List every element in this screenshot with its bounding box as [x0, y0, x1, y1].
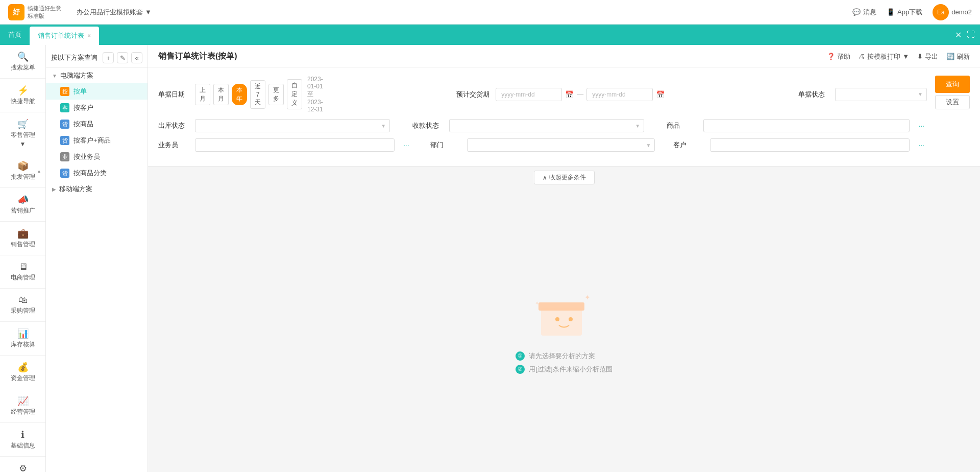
sidebar-item-search-menu[interactable]: 🔍 搜索菜单: [0, 45, 45, 79]
maximize-icon[interactable]: ⛶: [967, 30, 975, 39]
collapse-panel-button[interactable]: «: [131, 52, 142, 63]
department-label: 部门: [430, 140, 461, 150]
tab-home[interactable]: 首页: [0, 25, 30, 45]
export-action[interactable]: ⬇ 导出: [917, 52, 938, 61]
help-action[interactable]: ❓ 帮助: [827, 52, 850, 61]
sidebar-item-retail[interactable]: 🛒 零售管理: [0, 112, 45, 154]
plan-item-by-customer[interactable]: 客 按客户: [46, 100, 148, 116]
sales-icon: 💼: [17, 228, 29, 239]
refresh-icon: 🔄: [946, 53, 954, 60]
department-select[interactable]: [467, 138, 655, 152]
status-label: 单据状态: [798, 90, 829, 99]
tab-close-icon[interactable]: ×: [87, 32, 91, 39]
industry-dropdown[interactable]: 办公用品行业模拟账套 ▼: [77, 8, 152, 17]
salesman-dots-btn[interactable]: ···: [401, 138, 412, 152]
empty-illustration: ✦ ✦: [531, 287, 597, 343]
sidebar-item-inventory[interactable]: 📊 库存核算: [0, 322, 45, 356]
svg-point-2: [555, 317, 559, 321]
top-bar-right: 💬 消息 📱 App下载 Ea demo2: [852, 4, 972, 20]
logo-text: 畅捷通好生意 标准版: [28, 5, 61, 19]
plan-item-by-category[interactable]: 货 按商品分类: [46, 165, 148, 181]
sidebar-item-basic[interactable]: ℹ 基础信息: [0, 423, 45, 457]
date-btn-last-month[interactable]: 上月: [195, 84, 210, 105]
plan-item-by-goods[interactable]: 货 按商品: [46, 116, 148, 132]
system-icon: ⚙: [19, 463, 27, 472]
sidebar-item-sales[interactable]: 💼 销售管理: [0, 222, 45, 255]
calendar-start-icon[interactable]: 📅: [565, 90, 574, 99]
tab-sales-order-stats[interactable]: 销售订单统计表 ×: [30, 27, 99, 45]
delivery-label: 出库状态: [158, 121, 189, 130]
nav-icon: ⚡: [17, 85, 29, 96]
salesman-input[interactable]: [195, 138, 395, 152]
sidebar-item-purchase[interactable]: 🛍 采购管理: [0, 289, 45, 322]
top-bar-left: 好 畅捷通好生意 标准版 办公用品行业模拟账套 ▼: [8, 4, 152, 20]
payment-select[interactable]: [449, 119, 644, 132]
filter-row-3: 业务员 ··· 部门 客户: [158, 138, 927, 152]
plan-item-by-salesman[interactable]: 业 按业务员: [46, 149, 148, 165]
date-label: 单据日期: [158, 90, 189, 99]
wholesale-icon: 📦: [17, 160, 29, 172]
delivery-select[interactable]: [195, 119, 390, 132]
logo-area: 好 畅捷通好生意 标准版: [8, 4, 61, 20]
date-btn-custom[interactable]: 自定义: [287, 79, 302, 109]
expected-date-end-input[interactable]: [586, 88, 653, 101]
hint-num-2: ②: [516, 365, 525, 374]
basic-icon: ℹ: [21, 429, 24, 440]
operations-icon: 📈: [17, 395, 29, 407]
sidebar-item-marketing[interactable]: 📣 营销推广: [0, 188, 45, 222]
calendar-end-icon[interactable]: 📅: [656, 90, 665, 99]
date-btn-7days[interactable]: 近7天: [250, 80, 265, 109]
plan-group-mobile-header[interactable]: ▶ 移动端方案: [46, 181, 148, 197]
refresh-action[interactable]: 🔄 刷新: [946, 52, 970, 61]
sidebar: 🔍 搜索菜单 ⚡ 快捷导航 🛒 零售管理 📦 批发管理 📣 营销推广 💼 销售管…: [0, 45, 46, 472]
panel-toolbar: 按以下方案查询 + ✎ «: [46, 50, 148, 68]
customer-input[interactable]: [710, 138, 910, 152]
empty-hints: ① 请先选择要分析的方案 ② 用[过滤]条件来缩小分析范围: [516, 351, 612, 374]
goods-dots-btn[interactable]: ···: [916, 119, 927, 132]
app-download-action[interactable]: 📱 App下载: [887, 8, 922, 17]
user-area[interactable]: Ea demo2: [933, 4, 972, 20]
page-title: 销售订单统计表(按单): [158, 51, 237, 62]
plan-item-by-customer-goods[interactable]: 货 按客户+商品: [46, 132, 148, 149]
phone-icon: 📱: [887, 8, 895, 16]
message-action[interactable]: 💬 消息: [852, 8, 876, 17]
payment-select-wrap: [449, 119, 644, 132]
query-button[interactable]: 查询: [935, 76, 970, 93]
sidebar-item-ecommerce[interactable]: 🖥 电商管理: [0, 255, 45, 289]
close-window-icon[interactable]: ✕: [955, 30, 962, 40]
plan-group-pc-header[interactable]: ▼ 电脑端方案: [46, 68, 148, 83]
print-chevron-icon: ▼: [902, 53, 909, 60]
print-action[interactable]: 🖨 按模板打印 ▼: [859, 52, 909, 61]
edit-plan-button[interactable]: ✎: [117, 52, 128, 63]
payment-label: 收款状态: [412, 121, 443, 130]
left-panel: 按以下方案查询 + ✎ « ▼ 电脑端方案 按 按单 客 按客户: [46, 45, 148, 472]
hint-text-1: 请先选择要分析的方案: [529, 351, 595, 361]
plan-item-by-order[interactable]: 按 按单: [46, 83, 148, 100]
hint-num-1: ①: [516, 351, 525, 361]
goods-input[interactable]: [703, 119, 910, 132]
filter-row-2: 出库状态 收款状态: [158, 119, 927, 132]
settings-button[interactable]: 设置: [935, 95, 970, 109]
sidebar-item-system[interactable]: ⚙ 系统管理: [0, 457, 45, 472]
sidebar-item-wholesale[interactable]: 📦 批发管理: [0, 154, 45, 188]
inventory-icon: 📊: [17, 328, 29, 339]
expected-date-start-input[interactable]: [496, 88, 562, 101]
add-plan-button[interactable]: +: [103, 52, 114, 63]
purchase-icon: 🛍: [18, 295, 28, 305]
date-btn-more[interactable]: 更多: [268, 84, 284, 105]
collapse-button[interactable]: ∧ 收起更多条件: [534, 171, 595, 184]
sidebar-item-finance[interactable]: 💰 资金管理: [0, 356, 45, 389]
empty-hint-1: ① 请先选择要分析的方案: [516, 351, 612, 361]
sidebar-item-operations[interactable]: 📈 经营管理: [0, 389, 45, 423]
plan-icon-customer: 客: [60, 103, 69, 112]
date-buttons-group: 上月 本月 本年 近7天 更多 自定义 2023-01-01 至 2023-12…: [195, 76, 323, 113]
plan-group-pc: ▼ 电脑端方案 按 按单 客 按客户 货 按商品 货 按客户+商品: [46, 68, 148, 181]
date-btn-this-month[interactable]: 本月: [213, 84, 229, 105]
sidebar-item-quick-nav[interactable]: ⚡ 快捷导航: [0, 79, 45, 112]
plan-icon-customer-goods: 货: [60, 136, 69, 145]
date-btn-this-year[interactable]: 本年: [232, 84, 247, 105]
chevron-down-icon: ▼: [145, 8, 152, 16]
content-area: 按以下方案查询 + ✎ « ▼ 电脑端方案 按 按单 客 按客户: [46, 45, 980, 472]
status-select[interactable]: [835, 88, 927, 101]
customer-dots-btn[interactable]: ···: [916, 138, 927, 152]
